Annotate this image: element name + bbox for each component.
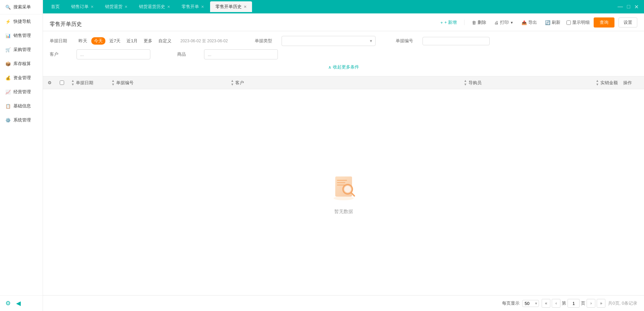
filter-row-2: 客户 ... 商品 ... bbox=[50, 49, 637, 59]
sidebar-item-purchase-mgmt[interactable]: 🛒 采购管理 bbox=[0, 43, 43, 57]
settings-button[interactable]: 设置 bbox=[618, 17, 637, 28]
export-button[interactable]: 📤 导出 bbox=[519, 18, 539, 27]
tab-sales-order[interactable]: 销售订单 ✕ bbox=[66, 1, 99, 12]
sidebar-search-label: 搜索采单 bbox=[13, 4, 31, 10]
col-amount-label: 实销金额 bbox=[600, 80, 618, 86]
date-last7[interactable]: 近7天 bbox=[107, 37, 122, 45]
col-ops: 操作 bbox=[621, 76, 641, 89]
type-select[interactable] bbox=[282, 36, 376, 46]
quick-nav-icon: ⚡ bbox=[5, 19, 11, 24]
col-date-label: 单据日期 bbox=[76, 80, 93, 86]
customer-select-btn[interactable]: ... bbox=[77, 49, 150, 59]
add-button[interactable]: + + 新增 bbox=[438, 18, 459, 27]
print-icon: 🖨 bbox=[494, 20, 499, 25]
page-input[interactable] bbox=[567, 299, 580, 308]
main-area: 首页 销售订单 ✕ 销货退货 ✕ 销货退货历史 ✕ 零售开单 ✕ 零售开单历史 … bbox=[43, 0, 644, 311]
toolbar: + + 新增 🗑 删除 🖨 打印 ▼ 📤 导出 🔄 bbox=[438, 17, 637, 31]
sidebar-search[interactable]: 🔍 搜索采单 bbox=[0, 0, 43, 14]
date-today[interactable]: 今天 bbox=[91, 37, 105, 45]
sidebar-item-quick-nav[interactable]: ⚡ 快捷导航 bbox=[0, 14, 43, 29]
tab-retail-history-label: 零售开单历史 bbox=[215, 4, 242, 10]
amount-sort-icon: ▲▼ bbox=[596, 79, 599, 86]
col-date[interactable]: ▲▼ 单据日期 bbox=[68, 76, 109, 89]
date-range: 2023-06-02 至 2023-06-02 bbox=[180, 38, 228, 44]
display-detail[interactable]: 显示明细 bbox=[566, 19, 590, 25]
collapse-sidebar-icon[interactable]: ◀ bbox=[16, 300, 21, 307]
collapse-icon: ∧ bbox=[328, 65, 332, 70]
order-no-label: 单据编号 bbox=[396, 38, 416, 44]
sys-mgmt-icon: ⚙️ bbox=[5, 118, 11, 123]
page-last-btn[interactable]: » bbox=[597, 299, 605, 308]
page-prev-btn[interactable]: ‹ bbox=[552, 299, 560, 308]
query-button[interactable]: 查询 bbox=[594, 17, 614, 28]
tab-sales-return-history-close[interactable]: ✕ bbox=[167, 5, 170, 9]
sidebar-item-label: 系统管理 bbox=[13, 117, 31, 123]
sidebar-item-operation[interactable]: 📈 经营管理 bbox=[0, 85, 43, 99]
add-icon: + bbox=[440, 20, 443, 25]
tab-retail-open[interactable]: 零售开单 ✕ bbox=[176, 1, 209, 12]
col-guide[interactable]: ▲▼ 导购员 bbox=[461, 76, 501, 89]
tab-retail-history[interactable]: 零售开单历史 ✕ bbox=[210, 1, 252, 12]
page-nav: « ‹ 第 页 › » bbox=[542, 299, 605, 308]
sidebar-item-basic-info[interactable]: 📋 基础信息 bbox=[0, 99, 43, 113]
col-checkbox[interactable] bbox=[58, 76, 68, 89]
per-page-label: 每页显示 bbox=[502, 300, 519, 306]
sidebar-item-finance[interactable]: 💰 资金管理 bbox=[0, 71, 43, 85]
svg-point-7 bbox=[344, 186, 351, 193]
order-no-input[interactable] bbox=[423, 37, 490, 45]
tab-sales-return-history[interactable]: 销货退货历史 ✕ bbox=[134, 1, 176, 12]
per-page-select[interactable]: 20 50 100 bbox=[522, 300, 539, 307]
date-sort-icon: ▲▼ bbox=[71, 79, 75, 86]
col-no-label: 单据编号 bbox=[116, 80, 134, 86]
table-area: ⚙ ▲▼ 单据日期 ▲▼ 单据编号 ▲▼ 客户 ▲▼ bbox=[43, 76, 644, 311]
sidebar-item-inventory[interactable]: 📦 库存核算 bbox=[0, 57, 43, 71]
window-maximize[interactable]: □ bbox=[627, 4, 630, 10]
page-next-btn[interactable]: › bbox=[587, 299, 595, 308]
table-header: ⚙ ▲▼ 单据日期 ▲▼ 单据编号 ▲▼ 客户 ▲▼ bbox=[43, 76, 644, 89]
date-label: 单据日期 bbox=[50, 38, 70, 44]
type-select-wrapper: ▼ bbox=[282, 36, 376, 46]
tab-home[interactable]: 首页 bbox=[46, 1, 65, 12]
tab-retail-open-close[interactable]: ✕ bbox=[201, 5, 204, 9]
refresh-label: 刷新 bbox=[552, 19, 560, 25]
delete-label: 删除 bbox=[478, 19, 486, 25]
per-page-wrapper: 20 50 100 ▼ bbox=[522, 300, 539, 307]
col-customer[interactable]: ▲▼ 客户 bbox=[228, 76, 461, 89]
date-more[interactable]: 更多 bbox=[142, 37, 154, 45]
svg-rect-3 bbox=[337, 180, 347, 181]
sidebar-item-sys-mgmt[interactable]: ⚙️ 系统管理 bbox=[0, 113, 43, 127]
goods-select-btn[interactable]: ... bbox=[204, 49, 278, 59]
window-close[interactable]: ✕ bbox=[634, 4, 639, 10]
export-icon: 📤 bbox=[522, 20, 527, 25]
tab-retail-history-close[interactable]: ✕ bbox=[244, 5, 247, 9]
date-last-month[interactable]: 近1月 bbox=[125, 37, 140, 45]
page-first-btn[interactable]: « bbox=[542, 299, 550, 308]
tab-sales-order-label: 销售订单 bbox=[71, 4, 89, 10]
sidebar-item-sales-mgmt[interactable]: 📊 销售管理 bbox=[0, 29, 43, 43]
guide-sort-icon: ▲▼ bbox=[464, 79, 467, 86]
tab-sales-return[interactable]: 销货退货 ✕ bbox=[100, 1, 133, 12]
tab-sales-return-close[interactable]: ✕ bbox=[125, 5, 128, 9]
settings-label: 设置 bbox=[624, 20, 632, 25]
refresh-button[interactable]: 🔄 刷新 bbox=[543, 18, 562, 27]
sidebar-item-label: 基础信息 bbox=[13, 103, 31, 109]
col-settings[interactable]: ⚙ bbox=[46, 76, 58, 89]
purchase-mgmt-icon: 🛒 bbox=[5, 47, 11, 52]
tab-sales-order-close[interactable]: ✕ bbox=[91, 5, 94, 9]
sidebar-item-label: 库存核算 bbox=[13, 61, 31, 67]
settings-gear-icon[interactable]: ⚙ bbox=[5, 300, 11, 307]
col-amount[interactable]: ▲▼ 实销金额 bbox=[501, 76, 621, 89]
window-controls: — □ ✕ bbox=[617, 4, 641, 10]
select-all-checkbox[interactable] bbox=[60, 81, 64, 85]
basic-info-icon: 📋 bbox=[5, 104, 11, 109]
date-custom[interactable]: 自定义 bbox=[156, 37, 174, 45]
display-detail-checkbox[interactable] bbox=[566, 20, 571, 25]
delete-button[interactable]: 🗑 删除 bbox=[470, 18, 488, 27]
print-button[interactable]: 🖨 打印 ▼ bbox=[492, 18, 515, 27]
date-yesterday[interactable]: 昨天 bbox=[77, 37, 89, 45]
col-no[interactable]: ▲▼ 单据编号 bbox=[109, 76, 228, 89]
no-sort-icon: ▲▼ bbox=[111, 79, 115, 86]
collapse-button[interactable]: ∧ 收起更多条件 bbox=[328, 63, 359, 71]
window-minimize[interactable]: — bbox=[617, 4, 623, 10]
delete-icon: 🗑 bbox=[472, 20, 476, 25]
